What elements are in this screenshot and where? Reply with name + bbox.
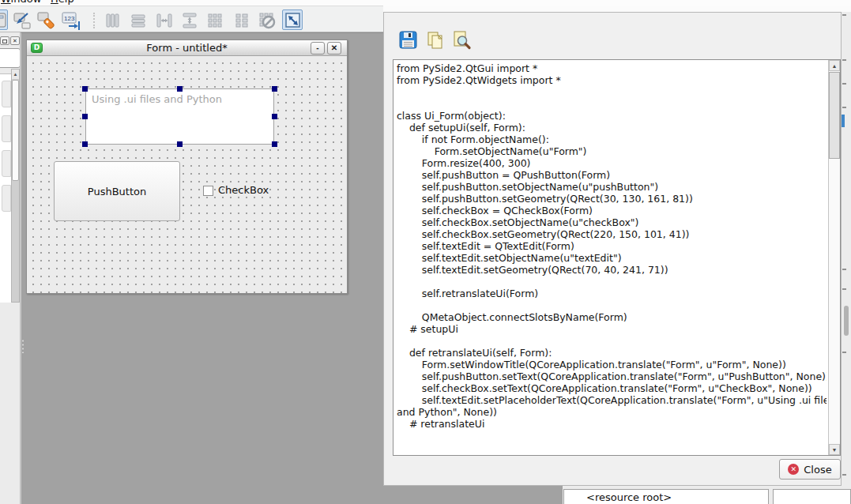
close-circle-icon: ✕	[788, 464, 799, 475]
layout-grid-button[interactable]	[204, 9, 224, 30]
selection-handle[interactable]	[272, 86, 277, 92]
tree-branch-mark	[842, 14, 846, 16]
widget-box-scrollbar[interactable]: ▲	[11, 69, 20, 303]
close-icon: ✕	[13, 38, 17, 43]
selection-handle[interactable]	[82, 114, 88, 119]
edit-signals-slots-icon	[12, 10, 31, 31]
resource-root-item[interactable]: <resource root>	[586, 491, 672, 503]
form-window-title: Form - untitled*	[27, 42, 347, 54]
widget-box-close-button[interactable]: ✕	[10, 36, 20, 45]
layout-grid-icon	[205, 10, 224, 31]
menubar: Window Help	[0, 0, 851, 6]
list-item[interactable]	[2, 115, 11, 142]
selection-handle[interactable]	[82, 141, 88, 147]
tree-branch-mark	[842, 474, 846, 476]
menu-window[interactable]: Window	[1, 0, 41, 5]
layout-vertically-icon	[128, 10, 147, 31]
copy-icon	[425, 41, 446, 53]
code-preview-dialog: from PySide2.QtGui import * from PySide2…	[383, 12, 842, 486]
scrollbar-thumb[interactable]	[829, 72, 840, 159]
selection-handle[interactable]	[177, 141, 183, 147]
tree-branch-mark	[842, 83, 846, 85]
toolbar-separator	[93, 13, 95, 28]
tree-branch-mark	[842, 288, 846, 290]
resource-browser-dock: <resource root>	[563, 483, 851, 504]
list-item[interactable]	[2, 185, 11, 212]
form-close-button[interactable]: ✕	[327, 42, 341, 55]
tree-branch-mark	[842, 352, 846, 353]
selection-handle[interactable]	[272, 141, 277, 147]
layout-horizontally-button[interactable]	[101, 9, 122, 30]
dock-splitter-handle[interactable]	[21, 339, 24, 353]
edit-signals-slots-button[interactable]	[11, 9, 32, 30]
widget-filter-input[interactable]	[0, 48, 21, 68]
list-item[interactable]	[2, 150, 11, 177]
layout-horizontal-splitter-button[interactable]	[153, 9, 174, 30]
form-window-titlebar[interactable]: D Form - untitled* - ✕	[27, 40, 347, 56]
tree-branch-mark	[842, 269, 846, 270]
list-item[interactable]	[2, 81, 11, 107]
close-dialog-button[interactable]: ✕ Close	[779, 459, 841, 480]
edit-tab-order-icon: 123	[61, 10, 80, 31]
edit-tab-order-button[interactable]: 123	[60, 9, 81, 30]
form-designer-window: D Form - untitled* - ✕ Using .ui files a…	[26, 39, 348, 294]
generated-code-text[interactable]: from PySide2.QtGui import * from PySide2…	[397, 62, 827, 455]
layout-horizontal-splitter-icon	[154, 10, 173, 31]
layout-form-button[interactable]	[231, 9, 251, 30]
layout-vertical-splitter-button[interactable]	[179, 9, 199, 30]
scrollbar-thumb[interactable]	[844, 306, 849, 336]
form-canvas[interactable]: Using .ui files and Python PushButton Ch…	[27, 56, 347, 293]
resource-list-panel	[773, 489, 851, 504]
adjust-size-icon	[283, 10, 302, 31]
tree-branch-mark	[842, 59, 846, 61]
layout-horizontally-icon	[102, 10, 121, 31]
menu-help[interactable]: Help	[51, 0, 74, 5]
preview-button[interactable]	[450, 30, 473, 51]
widget-box-float-button[interactable]	[0, 36, 9, 45]
edit-buddies-icon	[36, 10, 55, 31]
selection-handle[interactable]	[82, 86, 88, 92]
float-icon	[2, 39, 7, 43]
resource-tree-panel: <resource root>	[563, 489, 769, 504]
scroll-down-icon[interactable]: ▼	[829, 444, 840, 455]
tree-branch-mark	[842, 107, 846, 108]
save-icon	[398, 41, 419, 53]
checkbox-label: CheckBox	[218, 184, 269, 196]
scroll-up-icon[interactable]: ▲	[829, 60, 840, 71]
form-minimize-button[interactable]: -	[311, 42, 325, 55]
layout-form-icon	[232, 10, 250, 31]
copy-button[interactable]	[424, 30, 446, 51]
svg-text:123: 123	[64, 15, 75, 22]
edit-widgets-icon	[0, 10, 7, 31]
edit-widgets-button[interactable]	[0, 9, 8, 30]
adjust-size-button[interactable]	[282, 9, 303, 30]
break-layout-button[interactable]	[256, 9, 277, 30]
widget-box-panel: ✕ ▲	[0, 32, 21, 504]
pushbutton-widget[interactable]: PushButton	[54, 161, 180, 221]
layout-vertically-button[interactable]	[127, 9, 148, 30]
selection-handle[interactable]	[177, 86, 183, 92]
code-scrollbar[interactable]: ▲ ▼	[828, 60, 840, 455]
save-button[interactable]	[397, 30, 420, 51]
preview-icon	[451, 41, 472, 53]
edit-buddies-button[interactable]	[36, 9, 56, 30]
textedit-widget[interactable]: Using .ui files and Python	[85, 88, 274, 145]
scroll-up-icon[interactable]: ▲	[12, 70, 19, 79]
pushbutton-label: PushButton	[88, 186, 146, 197]
widget-box-list	[0, 73, 11, 303]
scrollbar-thumb[interactable]	[12, 80, 19, 181]
layout-vertical-splitter-icon	[179, 10, 198, 31]
selected-row-sliver	[842, 115, 845, 127]
close-button-label: Close	[804, 464, 831, 476]
checkbox-widget[interactable]	[203, 186, 213, 196]
code-view[interactable]: from PySide2.QtGui import * from PySide2…	[393, 59, 841, 456]
break-layout-icon	[257, 10, 276, 31]
selection-handle[interactable]	[272, 114, 277, 119]
background-panel-sliver	[841, 12, 851, 504]
